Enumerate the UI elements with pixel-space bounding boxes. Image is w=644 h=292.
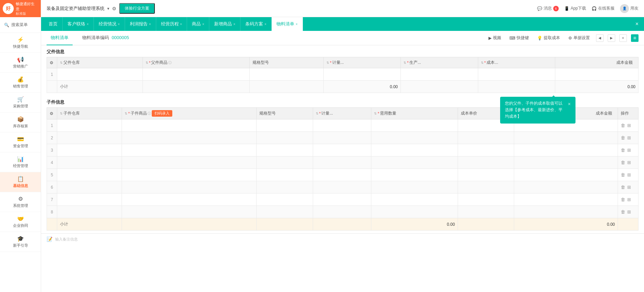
hint-text[interactable]: 输入备注信息: [55, 237, 78, 242]
sidebar-item-finance[interactable]: 💳 资金管理: [0, 132, 41, 152]
scan-input-btn[interactable]: 扫码录入: [152, 110, 172, 117]
child-cell-cost-price-7[interactable]: [458, 194, 514, 206]
tab-customer[interactable]: 客户联络 ×: [63, 17, 94, 31]
sub-tab-bom-list[interactable]: 物料清单: [47, 31, 73, 45]
sidebar-item-sales[interactable]: 💰 销售管理: [0, 73, 41, 93]
child-cell-product-3[interactable]: [122, 144, 257, 156]
child-cell-product-8[interactable]: [122, 206, 257, 218]
child-cell-cost-price-3[interactable]: [458, 144, 514, 156]
child-cell-cost-price-4[interactable]: [458, 156, 514, 169]
tab-new-product-close[interactable]: ×: [233, 22, 235, 26]
search-menu-button[interactable]: 🔍 搜索菜单: [3, 20, 38, 30]
delete-icon-8[interactable]: 🗑: [621, 209, 625, 214]
delete-icon-1[interactable]: 🗑: [621, 123, 625, 128]
nav-list-btn[interactable]: ≡: [619, 34, 627, 42]
tab-bom[interactable]: 物料清单 ×: [272, 17, 303, 31]
child-cell-qty-unit-1[interactable]: [313, 119, 371, 132]
copy-icon-8[interactable]: ⊞: [627, 209, 631, 214]
tooltip-close-btn[interactable]: ×: [568, 100, 571, 108]
tab-customer-close[interactable]: ×: [87, 22, 89, 26]
sub-tab-bom-code[interactable]: 物料清单编码 0000005: [78, 31, 133, 45]
child-cell-warehouse-8[interactable]: [57, 206, 122, 218]
child-cell-product-7[interactable]: [122, 194, 257, 206]
system-dropdown-icon[interactable]: ▾: [107, 6, 109, 11]
child-cell-qty-unit-2[interactable]: [313, 132, 371, 144]
tab-barcode-close[interactable]: ×: [264, 22, 267, 26]
child-cell-warehouse-6[interactable]: [57, 181, 122, 194]
message-btn[interactable]: 💬 消息 6: [537, 5, 559, 11]
child-cell-qty-unit-5[interactable]: [313, 169, 371, 181]
child-cell-spec-2[interactable]: [257, 132, 313, 144]
nav-close-all-btn[interactable]: ×: [633, 20, 641, 28]
trial-button[interactable]: 体验行业方案: [119, 3, 155, 14]
child-cell-spec-1[interactable]: [257, 119, 313, 132]
settings-icon[interactable]: ⚙: [112, 6, 116, 11]
child-cell-qty-unit-8[interactable]: [313, 206, 371, 218]
child-cell-product-5[interactable]: [122, 169, 257, 181]
tab-barcode[interactable]: 条码方案 ×: [240, 17, 272, 31]
child-cell-cost-price-8[interactable]: [458, 206, 514, 218]
tab-history[interactable]: 经营历程 ×: [156, 17, 187, 31]
parent-cell-cost-1[interactable]: [478, 68, 555, 81]
child-cell-qty-unit-7[interactable]: [313, 194, 371, 206]
child-cell-product-4[interactable]: [122, 156, 257, 169]
child-cell-need-qty-4[interactable]: [371, 156, 458, 169]
app-download-btn[interactable]: 📱 App下载: [564, 5, 586, 11]
tab-new-product[interactable]: 新增商品 ×: [209, 17, 240, 31]
child-cell-cost-price-2[interactable]: [458, 132, 514, 144]
sidebar-item-system[interactable]: ⚙ 系统管理: [0, 192, 41, 212]
parent-cell-qty-1[interactable]: [323, 68, 400, 81]
child-cell-spec-8[interactable]: [257, 206, 313, 218]
tab-products-close[interactable]: ×: [202, 22, 204, 26]
sidebar-item-inventory[interactable]: 📦 库存核算: [0, 113, 41, 132]
copy-icon-3[interactable]: ⊞: [627, 148, 631, 153]
sidebar-item-guide[interactable]: 🎓 新手引导: [0, 232, 41, 252]
child-cell-warehouse-4[interactable]: [57, 156, 122, 169]
child-col-settings[interactable]: ⚙: [47, 108, 57, 119]
child-cell-product-6[interactable]: [122, 181, 257, 194]
delete-icon-2[interactable]: 🗑: [621, 135, 625, 140]
child-cell-qty-unit-6[interactable]: [313, 181, 371, 194]
online-service-btn[interactable]: 🎧 在线客服: [592, 5, 615, 11]
child-cell-need-qty-5[interactable]: [371, 169, 458, 181]
sidebar-item-purchase[interactable]: 🛒 采购管理: [0, 93, 41, 113]
tab-bom-close[interactable]: ×: [296, 22, 298, 26]
child-cell-spec-3[interactable]: [257, 144, 313, 156]
sidebar-item-operations[interactable]: 📊 经营管理: [0, 152, 41, 172]
copy-icon-6[interactable]: ⊞: [627, 185, 631, 190]
tab-profit[interactable]: 利润报告 ×: [125, 17, 156, 31]
child-cell-qty-unit-4[interactable]: [313, 156, 371, 169]
tab-operations-close[interactable]: ×: [118, 22, 120, 26]
copy-icon-4[interactable]: ⊞: [627, 160, 631, 165]
sidebar-item-quick-nav[interactable]: ⚡ 快捷导航: [0, 33, 41, 53]
copy-icon-7[interactable]: ⊞: [627, 197, 631, 202]
tab-products[interactable]: 商品 ×: [187, 17, 209, 31]
child-cell-need-qty-7[interactable]: [371, 194, 458, 206]
delete-icon-5[interactable]: 🗑: [621, 172, 625, 177]
delete-icon-7[interactable]: 🗑: [621, 197, 625, 202]
child-cell-warehouse-2[interactable]: [57, 132, 122, 144]
parent-cell-spec-1[interactable]: [249, 68, 323, 81]
delete-icon-6[interactable]: 🗑: [621, 185, 625, 190]
child-cell-need-qty-6[interactable]: [371, 181, 458, 194]
child-cell-spec-4[interactable]: [257, 156, 313, 169]
child-cell-need-qty-3[interactable]: [371, 144, 458, 156]
parent-col-settings[interactable]: ⚙: [47, 57, 57, 68]
video-btn[interactable]: ▶ 视频: [486, 34, 503, 42]
child-cell-warehouse-3[interactable]: [57, 144, 122, 156]
tab-history-close[interactable]: ×: [180, 22, 182, 26]
parent-cell-produce-1[interactable]: [401, 68, 478, 81]
shortcut-btn[interactable]: ⌨ 快捷键: [507, 34, 531, 42]
child-cell-product-2[interactable]: [122, 132, 257, 144]
tab-profit-close[interactable]: ×: [149, 22, 151, 26]
child-cell-warehouse-1[interactable]: [57, 119, 122, 132]
child-cell-cost-price-6[interactable]: [458, 181, 514, 194]
tab-home[interactable]: 首页: [44, 17, 63, 31]
delete-icon-3[interactable]: 🗑: [621, 148, 625, 153]
nav-prev-btn[interactable]: ◀: [596, 34, 604, 42]
child-cell-spec-6[interactable]: [257, 181, 313, 194]
copy-icon-2[interactable]: ⊞: [627, 135, 631, 140]
child-cell-warehouse-7[interactable]: [57, 194, 122, 206]
sidebar-item-basic-info[interactable]: 📋 基础信息: [0, 172, 41, 192]
child-cell-product-1[interactable]: [122, 119, 257, 132]
